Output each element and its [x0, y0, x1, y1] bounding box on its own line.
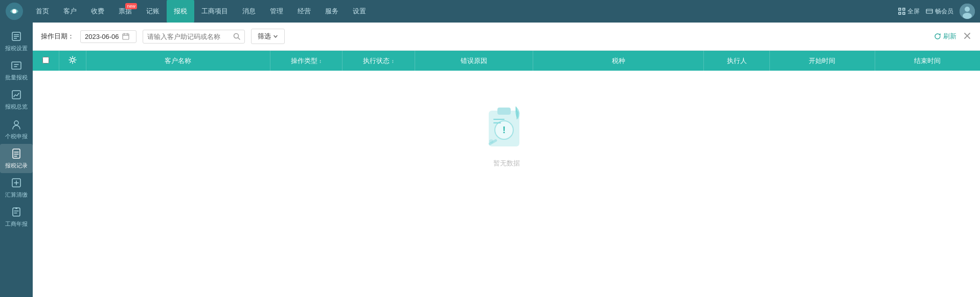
fullscreen-label: 全屏	[907, 7, 920, 16]
nav-admin[interactable]: 管理	[263, 0, 290, 23]
sidebar-label-batch-tax: 批量报税	[5, 74, 28, 81]
main-layout: 报税设置 批量报税 报税总览	[0, 23, 980, 297]
fullscreen-button[interactable]: 全屏	[898, 7, 920, 16]
svg-rect-14	[12, 62, 21, 69]
svg-point-1	[12, 9, 16, 13]
close-button[interactable]	[963, 31, 972, 42]
nav-operation[interactable]: 经营	[290, 0, 318, 23]
sidebar-item-annual-settlement[interactable]: 汇算清缴	[0, 173, 33, 202]
sidebar-label-tax-overview: 报税总览	[5, 103, 28, 110]
vip-label: 畅会员	[935, 7, 953, 16]
filter-button[interactable]: 筛选	[251, 29, 285, 44]
sidebar-item-tax-overview[interactable]: 报税总览	[0, 85, 33, 114]
refresh-label: 刷新	[943, 32, 956, 41]
search-box	[143, 30, 245, 44]
nav-service[interactable]: 服务	[318, 0, 346, 23]
sidebar-item-annual-report[interactable]: 工商年报	[0, 202, 33, 231]
content-area: 操作日期： 2023-06-06 筛选	[33, 23, 980, 297]
svg-rect-6	[926, 9, 932, 13]
nav-settings[interactable]: 设置	[346, 0, 373, 23]
col-error-reason: 错误原因	[415, 51, 533, 71]
tax-overview-icon	[11, 89, 22, 102]
col-start-time: 开始时间	[769, 51, 875, 71]
col-client-name: 客户名称	[86, 51, 270, 71]
refresh-button[interactable]: 刷新	[934, 32, 956, 41]
sidebar-label-annual-settlement: 汇算清缴	[5, 192, 28, 198]
nav-business[interactable]: 工商项目	[194, 0, 235, 23]
top-nav-right: 全屏 畅会员	[898, 4, 975, 19]
annual-settlement-icon	[11, 177, 22, 190]
col-end-time: 结束时间	[875, 51, 980, 71]
svg-rect-2	[899, 8, 901, 10]
svg-rect-17	[13, 149, 20, 158]
batch-tax-icon	[11, 60, 22, 73]
search-button[interactable]	[229, 30, 244, 43]
sidebar: 报税设置 批量报税 报税总览	[0, 23, 33, 297]
empty-state: !	[33, 71, 980, 199]
svg-rect-25	[497, 108, 511, 115]
svg-rect-11	[14, 34, 19, 35]
close-icon	[963, 31, 972, 40]
sidebar-item-tax-record[interactable]: 报税记录	[0, 144, 33, 173]
svg-rect-20	[15, 207, 17, 209]
toolbar-right: 刷新	[934, 31, 972, 42]
svg-rect-15	[12, 91, 20, 99]
filter-label: 筛选	[258, 32, 271, 41]
sidebar-item-tax-settings[interactable]: 报税设置	[0, 27, 33, 56]
col-checkbox	[33, 51, 59, 71]
logo[interactable]	[5, 2, 24, 20]
annual-report-icon	[11, 206, 22, 219]
svg-rect-5	[903, 12, 905, 14]
col-op-type[interactable]: 操作类型	[270, 51, 342, 71]
nav-menu: 首页 客户 收费 票据 new 记账 报税 工商项目 消息 管理 经营 服务 设…	[29, 0, 898, 23]
vip-button[interactable]: 畅会员	[926, 7, 953, 16]
search-icon	[233, 33, 240, 40]
tax-record-icon	[11, 148, 22, 161]
empty-icon: !	[481, 101, 532, 153]
empty-text: 暂无数据	[493, 159, 520, 168]
sidebar-label-individual-tax: 个税申报	[5, 133, 28, 140]
top-navigation: 首页 客户 收费 票据 new 记账 报税 工商项目 消息 管理 经营 服务 设…	[0, 0, 980, 23]
svg-point-9	[963, 13, 972, 19]
nav-message[interactable]: 消息	[235, 0, 263, 23]
sidebar-label-annual-report: 工商年报	[5, 221, 28, 227]
select-all-checkbox[interactable]	[42, 57, 49, 63]
svg-rect-19	[13, 208, 20, 216]
sidebar-label-tax-settings: 报税设置	[5, 45, 28, 52]
search-input[interactable]	[143, 30, 229, 43]
data-table: 客户名称 操作类型 执行状态 错误原因 税种	[33, 51, 980, 199]
gear-icon[interactable]	[69, 56, 77, 64]
nav-fee[interactable]: 收费	[84, 0, 111, 23]
svg-rect-21	[123, 34, 129, 39]
individual-tax-icon	[11, 119, 22, 132]
nav-home[interactable]: 首页	[29, 0, 56, 23]
svg-point-16	[14, 121, 18, 125]
col-gear	[59, 51, 86, 71]
col-executor: 执行人	[704, 51, 770, 71]
nav-invoice[interactable]: 票据 new	[111, 0, 139, 23]
svg-text:!: !	[503, 125, 506, 135]
col-exec-status[interactable]: 执行状态	[343, 51, 415, 71]
sidebar-label-tax-record: 报税记录	[5, 162, 28, 169]
svg-rect-12	[14, 36, 19, 37]
nav-tax[interactable]: 报税	[167, 0, 194, 23]
date-value: 2023-06-06	[85, 33, 119, 40]
chevron-down-icon	[273, 34, 278, 39]
tax-settings-icon	[11, 31, 22, 44]
sidebar-item-batch-tax[interactable]: 批量报税	[0, 56, 33, 85]
nav-client[interactable]: 客户	[56, 0, 84, 23]
date-picker[interactable]: 2023-06-06	[80, 30, 136, 43]
svg-rect-4	[899, 12, 901, 14]
nav-bookkeeping[interactable]: 记账	[139, 0, 167, 23]
col-tax-type: 税种	[533, 51, 704, 71]
svg-rect-13	[14, 38, 17, 39]
avatar[interactable]	[960, 4, 975, 19]
date-label: 操作日期：	[41, 32, 74, 41]
svg-point-23	[71, 58, 74, 61]
toolbar: 操作日期： 2023-06-06 筛选	[33, 23, 980, 51]
refresh-icon	[934, 33, 941, 40]
table-container: 客户名称 操作类型 执行状态 错误原因 税种	[33, 51, 980, 297]
new-badge: new	[125, 3, 137, 9]
calendar-icon	[122, 33, 129, 40]
sidebar-item-individual-tax[interactable]: 个税申报	[0, 115, 33, 144]
